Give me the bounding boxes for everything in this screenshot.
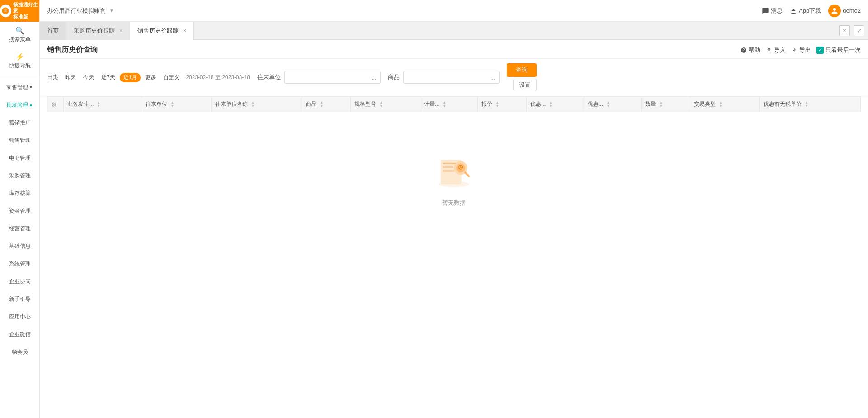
sidebar-item-finance[interactable]: 资金管理 <box>0 202 39 219</box>
tab-bar-actions: × ⤢ <box>839 25 864 36</box>
filter-actions: 查询 设置 <box>507 63 537 91</box>
app-name-label: 办公用品行业模拟账套 <box>47 7 106 15</box>
th-trade-type[interactable]: 交易类型 ▲▼ <box>690 97 760 112</box>
date-range-display: 2023-02-18 至 2023-03-18 <box>186 74 250 81</box>
preset-yesterday[interactable]: 昨天 <box>62 73 79 82</box>
top-header: 办公用品行业模拟账套 ▼ 消息 App下载 demo2 <box>40 0 868 22</box>
sidebar-item-marketing[interactable]: 营销推广 <box>0 114 39 131</box>
sidebar-item-shortcut[interactable]: ⚡ 快捷导航 <box>0 48 39 74</box>
tab-sales-label: 销售历史价跟踪 <box>137 27 179 35</box>
app-logo[interactable]: 畅捷通好生意 标准版 <box>0 0 39 22</box>
sort-price-icon: ▲▼ <box>495 101 499 108</box>
th-spec[interactable]: 规格型号 ▲▼ <box>350 97 420 112</box>
page-title: 销售历史价查询 <box>47 45 98 55</box>
th-quantity[interactable]: 数量 ▲▼ <box>642 97 690 112</box>
th-unit-label: 计量... <box>424 101 439 107</box>
preset-1month[interactable]: 近1月 <box>120 73 141 82</box>
sidebar-item-search[interactable]: 🔍 搜索菜单 <box>0 22 39 48</box>
sort-trade-type-icon: ▲▼ <box>719 101 722 108</box>
sidebar-item-sales[interactable]: 销售管理 <box>0 131 39 149</box>
table-container: ⚙ 业务发生... ▲▼ 往来单位 ▲▼ 往来单位名称 ▲▼ <box>40 96 868 243</box>
th-discount1[interactable]: 优惠... ▲▼ <box>526 97 584 112</box>
sidebar-item-wholesale[interactable]: 批发管理 ▲ <box>0 96 39 114</box>
preset-custom[interactable]: 自定义 <box>160 73 182 82</box>
th-spec-label: 规格型号 <box>354 101 376 107</box>
counterpart-filter-group: 往来单位 ... <box>257 71 381 84</box>
table-header: ⚙ 业务发生... ▲▼ 往来单位 ▲▼ 往来单位名称 ▲▼ <box>47 97 861 112</box>
counterpart-filter-label: 往来单位 <box>257 73 281 81</box>
sidebar-item-basic[interactable]: 基础信息 <box>0 237 39 255</box>
message-button[interactable]: 消息 <box>762 7 783 15</box>
expand-button[interactable]: ⤢ <box>854 25 864 36</box>
sort-goods-icon: ▲▼ <box>320 101 323 108</box>
th-goods[interactable]: 商品 ▲▼ <box>302 97 351 112</box>
counterpart-input-dots[interactable]: ... <box>368 74 380 81</box>
th-biz-date-label: 业务发生... <box>67 101 94 107</box>
svg-point-6 <box>456 163 465 172</box>
retail-arrow-icon: ▼ <box>29 85 33 90</box>
th-pre-tax-price-label: 优惠前无税单价 <box>764 101 802 107</box>
tab-sales-history[interactable]: 销售历史价跟踪 × <box>130 22 194 40</box>
th-counterpart-name[interactable]: 往来单位名称 ▲▼ <box>212 97 302 112</box>
sidebar-item-purchase[interactable]: 采购管理 <box>0 166 39 184</box>
sort-spec-icon: ▲▼ <box>379 101 383 108</box>
tab-sales-close-icon[interactable]: × <box>183 28 186 34</box>
svg-line-7 <box>465 172 469 176</box>
sidebar-item-wechat[interactable]: 企业微信 <box>0 325 39 343</box>
preset-today[interactable]: 今天 <box>80 73 97 82</box>
app-dropdown-icon[interactable]: ▼ <box>109 8 114 13</box>
th-trade-type-label: 交易类型 <box>694 101 716 107</box>
th-counterpart[interactable]: 往来单位 ▲▼ <box>142 97 212 112</box>
sidebar-item-member[interactable]: 畅会员 <box>0 343 39 361</box>
help-icon <box>741 47 747 53</box>
th-discount2[interactable]: 优惠... ▲▼ <box>584 97 642 112</box>
th-discount1-label: 优惠... <box>530 101 546 107</box>
settings-button[interactable]: 设置 <box>513 79 537 91</box>
import-icon <box>766 47 772 53</box>
tab-purchase-history[interactable]: 采购历史价跟踪 × <box>66 22 130 40</box>
preset-7days[interactable]: 近7天 <box>99 73 118 82</box>
logo-line2: 标准版 <box>13 14 39 20</box>
tab-home-label: 首页 <box>47 27 59 35</box>
export-icon <box>791 47 797 53</box>
help-button[interactable]: 帮助 <box>741 46 760 54</box>
svg-rect-3 <box>443 166 453 168</box>
sort-quantity-icon: ▲▼ <box>659 101 663 108</box>
sidebar-item-retail[interactable]: 零售管理 ▼ <box>0 78 39 96</box>
user-profile-button[interactable]: demo2 <box>828 5 861 17</box>
th-biz-date[interactable]: 业务发生... ▲▼ <box>64 97 142 112</box>
th-pre-tax-price[interactable]: 优惠前无税单价 ▲▼ <box>760 97 860 112</box>
goods-input[interactable] <box>404 74 487 81</box>
sort-unit-icon: ▲▼ <box>443 101 446 108</box>
header-left: 办公用品行业模拟账套 ▼ <box>47 7 114 15</box>
only-last-checkbox-label[interactable]: ✓ 只看最后一次 <box>816 46 861 54</box>
tab-purchase-close-icon[interactable]: × <box>119 28 123 34</box>
date-filter-label: 日期 <box>47 73 59 81</box>
sidebar-item-inventory[interactable]: 库存核算 <box>0 184 39 202</box>
sidebar-item-system[interactable]: 系统管理 <box>0 255 39 272</box>
sidebar-item-operations[interactable]: 经营管理 <box>0 219 39 237</box>
preset-more[interactable]: 更多 <box>142 73 159 82</box>
query-button[interactable]: 查询 <box>507 63 537 77</box>
sidebar-item-apps[interactable]: 应用中心 <box>0 308 39 325</box>
sidebar-item-ecommerce[interactable]: 电商管理 <box>0 149 39 166</box>
page-header-actions: 帮助 导入 导出 ✓ 只看最后一次 <box>741 46 861 54</box>
sidebar-item-enterprise[interactable]: 企业协同 <box>0 272 39 290</box>
sort-pre-tax-price-icon: ▲▼ <box>805 101 808 108</box>
sidebar-divider-1 <box>0 76 39 76</box>
th-price[interactable]: 报价 ▲▼ <box>477 97 526 112</box>
sidebar-item-guide[interactable]: 新手引导 <box>0 290 39 308</box>
close-all-tabs-button[interactable]: × <box>839 25 850 36</box>
tab-home[interactable]: 首页 <box>40 22 66 40</box>
counterpart-input[interactable] <box>285 74 368 81</box>
export-button[interactable]: 导出 <box>791 46 811 54</box>
sidebar: 畅捷通好生意 标准版 🔍 搜索菜单 ⚡ 快捷导航 零售管理 ▼ 批发管理 ▲ 营… <box>0 0 40 418</box>
table-settings-icon[interactable]: ⚙ <box>51 101 57 108</box>
th-quantity-label: 数量 <box>645 101 656 107</box>
th-unit[interactable]: 计量... ▲▼ <box>420 97 477 112</box>
import-button[interactable]: 导入 <box>766 46 786 54</box>
app-download-button[interactable]: App下载 <box>790 7 821 15</box>
logo-line1: 畅捷通好生意 <box>13 2 39 14</box>
only-last-checkbox[interactable]: ✓ <box>816 47 824 54</box>
goods-input-dots[interactable]: ... <box>487 74 499 81</box>
